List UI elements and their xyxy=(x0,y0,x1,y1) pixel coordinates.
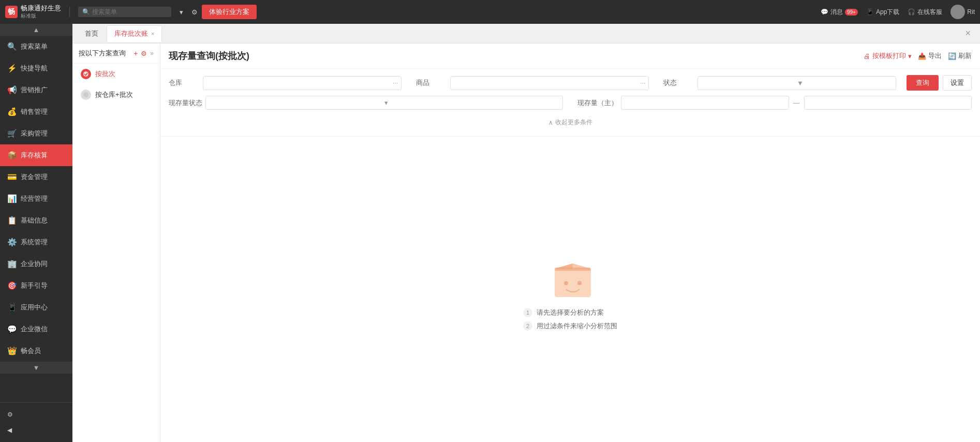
plan-item-batch[interactable]: 按批次 xyxy=(72,64,160,84)
warehouse-input-container: ··· xyxy=(203,76,402,90)
plan-settings-btn[interactable]: ⚙ xyxy=(141,50,147,57)
tab-close-btn[interactable]: × xyxy=(151,31,154,37)
brand-name: 畅康通好生意 xyxy=(21,4,61,12)
print-btn[interactable]: 🖨 按模板打印 ▾ xyxy=(864,51,912,61)
sidebar-item-enterprise[interactable]: 🏢 企业协同 xyxy=(0,253,72,275)
stock-qty-max-input[interactable] xyxy=(804,96,972,110)
print-dropdown-icon[interactable]: ▾ xyxy=(908,52,912,60)
sidebar-item-purchase[interactable]: 🛒 采购管理 xyxy=(0,123,72,144)
tip-2-text: 用过滤条件来缩小分析范围 xyxy=(537,321,617,331)
scroll-down-btn[interactable]: ▼ xyxy=(0,362,72,374)
collapse-filters-btn[interactable]: ∧ 收起更多条件 xyxy=(169,115,972,130)
panel-collapse-btn[interactable]: » xyxy=(150,50,154,57)
tab-inventory-batch[interactable]: 库存批次账 × xyxy=(107,25,162,42)
search-bar[interactable]: 🔍 xyxy=(78,7,171,17)
brand: 畅 畅康通好生意 标准版 xyxy=(5,4,61,20)
svg-rect-2 xyxy=(555,269,591,297)
data-area: 1 请先选择要分析的方案 2 用过滤条件来缩小分析范围 xyxy=(160,137,980,442)
sidebar-label-finance: 资金管理 xyxy=(21,172,48,182)
topbar-right: 💬 消息 99+ 📱 App下载 🎧 在线客服 Rit xyxy=(821,5,975,19)
sidebar-item-finance[interactable]: 💳 资金管理 xyxy=(0,166,72,188)
sidebar-item-apps[interactable]: 📱 应用中心 xyxy=(0,297,72,318)
online-service-btn[interactable]: 🎧 在线客服 xyxy=(908,8,942,17)
refresh-label: 刷新 xyxy=(958,51,972,61)
product-input[interactable] xyxy=(451,77,637,90)
stock-qty-label: 现存量（主） xyxy=(577,98,618,108)
sidebar-item-sales[interactable]: 💰 销售管理 xyxy=(0,101,72,123)
brand-icon: 畅 xyxy=(5,6,18,18)
brand-sub: 标准版 xyxy=(21,12,61,20)
export-btn[interactable]: 📤 导出 xyxy=(918,51,942,61)
dropdown-arrow[interactable]: ▾ xyxy=(180,8,183,16)
member-icon: 👑 xyxy=(7,346,17,356)
query-title-row: 现存量查询(按批次) 🖨 按模板打印 ▾ 📤 导出 xyxy=(169,50,972,62)
app-icon: 📱 xyxy=(866,8,874,16)
page-content: 按以下方案查询 + ⚙ » 按批次 xyxy=(72,43,980,442)
sidebar-item-marketing[interactable]: 📢 营销推广 xyxy=(0,79,72,101)
sidebar-item-basic[interactable]: 📋 基础信息 xyxy=(0,210,72,231)
stock-status-dropdown[interactable]: ▾ xyxy=(205,96,563,110)
message-badge: 99+ xyxy=(845,9,858,16)
export-icon: 📤 xyxy=(918,52,926,60)
collapse-icon: ◀ xyxy=(7,426,12,434)
sidebar-settings-btn[interactable]: ⚙ xyxy=(0,407,72,422)
avatar-img xyxy=(951,5,965,19)
status-arrow-icon: ▼ xyxy=(797,79,892,87)
sidebar-label-wechat: 企业微信 xyxy=(21,325,48,334)
empty-tips: 1 请先选择要分析的方案 2 用过滤条件来缩小分析范围 xyxy=(523,308,617,331)
sidebar-item-inventory[interactable]: 📦 库存核算 xyxy=(0,144,72,166)
stock-qty-min-input[interactable] xyxy=(621,96,789,110)
sidebar-item-system[interactable]: ⚙️ 系统管理 xyxy=(0,231,72,253)
tabbar: 首页 库存批次账 × × xyxy=(72,24,980,43)
message-btn[interactable]: 💬 消息 99+ xyxy=(821,8,858,17)
sidebar-label-quick-nav: 快捷导航 xyxy=(21,64,48,73)
sidebar-label-apps: 应用中心 xyxy=(21,303,48,312)
sidebar-item-quick-nav[interactable]: ⚡ 快捷导航 xyxy=(0,57,72,79)
sidebar-item-operations[interactable]: 📊 经营管理 xyxy=(0,188,72,210)
refresh-btn[interactable]: 🔄 刷新 xyxy=(948,51,972,61)
sidebar-label-purchase: 采购管理 xyxy=(21,129,48,138)
scroll-up-btn[interactable]: ▲ xyxy=(0,24,72,36)
operations-icon: 📊 xyxy=(7,194,17,203)
trial-btn[interactable]: 体验行业方案 xyxy=(202,5,257,19)
close-content-btn[interactable]: × xyxy=(961,26,975,41)
sidebar-item-search[interactable]: 🔍 搜索菜单 xyxy=(0,36,72,57)
finance-icon: 💳 xyxy=(7,172,17,182)
filter-stock-status: 现存量状态 ▾ xyxy=(169,96,563,110)
product-more-btn[interactable]: ··· xyxy=(637,79,648,86)
search-icon: 🔍 xyxy=(82,8,90,16)
tip-2-num: 2 xyxy=(523,321,532,331)
add-plan-btn[interactable]: + xyxy=(133,49,138,57)
sidebar-item-wechat[interactable]: 💬 企业微信 xyxy=(0,318,72,340)
print-icon: 🖨 xyxy=(864,52,870,60)
settings-icon[interactable]: ⚙ xyxy=(191,8,198,16)
system-icon: ⚙️ xyxy=(7,238,17,247)
page-title: 现存量查询(按批次) xyxy=(169,50,249,62)
status-dropdown[interactable]: ▼ xyxy=(697,76,896,90)
app-download-btn[interactable]: 📱 App下载 xyxy=(866,8,899,17)
title-actions: 🖨 按模板打印 ▾ 📤 导出 🔄 刷新 xyxy=(864,51,972,61)
sidebar-label-operations: 经营管理 xyxy=(21,194,48,203)
search-input[interactable] xyxy=(92,8,165,16)
range-dash: — xyxy=(793,99,800,107)
warehouse-input[interactable] xyxy=(203,77,390,90)
settings-btn[interactable]: 设置 xyxy=(943,75,972,91)
plan-item-warehouse-batch[interactable]: 按仓库+批次 xyxy=(72,84,160,105)
sidebar-item-guide[interactable]: 🎯 新手引导 xyxy=(0,275,72,297)
query-btn[interactable]: 查询 xyxy=(907,75,939,91)
plan-label-batch: 按批次 xyxy=(95,69,115,79)
wechat-icon: 💬 xyxy=(7,325,17,334)
enterprise-icon: 🏢 xyxy=(7,259,17,269)
user-avatar[interactable]: Rit xyxy=(951,5,975,19)
inventory-icon: 📦 xyxy=(7,151,17,160)
tip-1-text: 请先选择要分析的方案 xyxy=(537,308,604,317)
sidebar-collapse-btn[interactable]: ◀ xyxy=(0,422,72,438)
collapse-label: 收起更多条件 xyxy=(555,118,592,127)
plan-icon-warehouse xyxy=(81,90,91,100)
export-label: 导出 xyxy=(928,51,942,61)
sidebar-item-member[interactable]: 👑 畅会员 xyxy=(0,340,72,362)
filter-row-1: 仓库 ··· 商品 ··· xyxy=(169,75,972,91)
warehouse-more-btn[interactable]: ··· xyxy=(390,79,401,86)
divider xyxy=(69,7,70,17)
tab-home[interactable]: 首页 xyxy=(78,26,106,41)
